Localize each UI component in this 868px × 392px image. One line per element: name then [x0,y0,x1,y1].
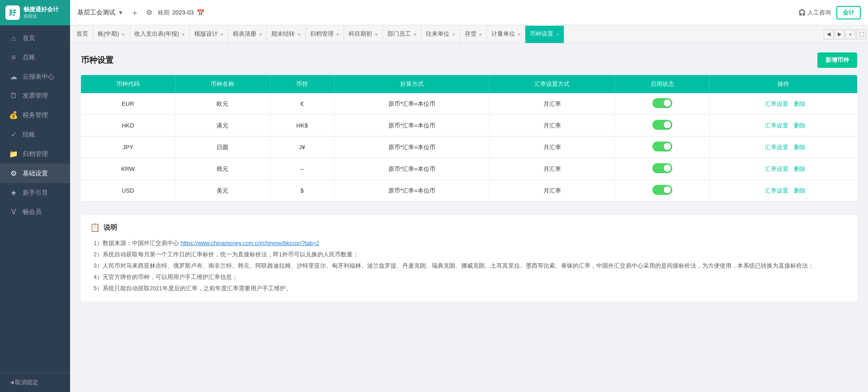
sidebar-item-label: 基础设置 [23,170,48,178]
cell-code: HKD [81,115,175,137]
tab-label: 收入支出表(年报) [134,30,179,38]
tab-prev-button[interactable]: ◀ [824,29,834,39]
sidebar-item-tax[interactable]: 💰 税务管理 [0,105,70,125]
cell-calc: 原币*汇率=本位币 [334,115,489,137]
period-value: 2023-03 [172,9,194,16]
delete-link[interactable]: 删除 [794,100,806,107]
rate-setting-link[interactable]: 汇率设置 [765,144,788,151]
sidebar-item-label: 云报表中心 [23,73,54,81]
cell-calc: 原币*汇率=本位币 [334,93,489,115]
tax-icon: 💰 [9,111,18,119]
delete-link[interactable]: 删除 [794,165,806,172]
settings-icon[interactable]: ⚙ [146,8,152,17]
rate-setting-link[interactable]: 汇率设置 [765,187,788,194]
sidebar-item-archive[interactable]: 📁 归档管理 [0,144,70,164]
close-icon[interactable]: × [479,32,482,37]
close-icon[interactable]: × [452,32,455,37]
tab-label: 期末结转 [271,30,295,38]
delete-link[interactable]: 删除 [794,122,806,129]
sidebar-item-label: 新手引导 [23,189,48,197]
sidebar-item-ledger[interactable]: ≡ 总账 [0,48,70,67]
tab-tax-table[interactable]: 税表清册 × [228,26,267,43]
close-icon[interactable]: × [122,32,124,37]
sidebar-item-home[interactable]: ⌂ 首页 [0,29,70,48]
ledger-icon: ≡ [9,53,18,61]
cell-rate-type: 月汇率 [490,137,615,158]
notice-title-text: 说明 [104,223,117,232]
cell-rate-type: 月汇率 [490,115,615,137]
close-icon[interactable]: × [518,32,520,37]
rate-setting-link[interactable]: 汇率设置 [765,122,788,129]
status-toggle[interactable] [652,120,672,130]
notice-item: 4）无官方牌价的币种，可以用用户手工维护汇率信息； [90,272,848,283]
company-selector[interactable]: 基层工会测试 ▼ [77,9,123,17]
sidebar-item-invoice[interactable]: 🗒 发票管理 [0,86,70,105]
tab-expand-button[interactable]: ⛶ [856,29,866,39]
cell-rate-type: 月汇率 [490,158,615,180]
sidebar-pin-toggle[interactable]: ◄取消固定 [0,373,70,392]
tab-contacts[interactable]: 往来单位 × [421,26,460,43]
close-icon[interactable]: × [375,32,377,37]
sidebar-item-member[interactable]: V 畅会员 [0,203,70,222]
rate-setting-link[interactable]: 汇率设置 [765,165,788,172]
calendar-icon[interactable]: 📅 [197,9,204,16]
tab-dept[interactable]: 部门员工 × [383,26,421,43]
tab-currency[interactable]: 币种设置 × [525,26,564,43]
cell-code: KRW [81,158,175,180]
col-status: 启用状态 [615,75,710,93]
cell-calc: 原币*汇率=本位币 [334,158,489,180]
delete-link[interactable]: 删除 [794,187,806,194]
notice-link[interactable]: https://www.chinamoney.com.cn/chinese/bk… [180,240,319,246]
tab-annual-report[interactable]: 收入支出表(年报) × [130,26,190,43]
close-icon[interactable]: × [297,32,300,37]
rate-setting-link[interactable]: 汇率设置 [765,100,788,107]
cell-actions: 汇率设置 删除 [709,137,857,158]
tab-next-button[interactable]: ▶ [835,29,844,39]
tab-close-all-button[interactable]: × [845,29,855,39]
tab-subjects[interactable]: 科目期初 × [344,26,382,43]
status-toggle[interactable] [652,185,672,195]
status-toggle[interactable] [652,163,672,173]
close-icon[interactable]: × [221,32,223,37]
cell-actions: 汇率设置 删除 [709,93,857,115]
support-button[interactable]: 🎧 人工咨询 [798,9,831,17]
tab-label: 科目期初 [349,30,372,38]
status-toggle[interactable] [652,98,672,108]
col-rate-type: 汇率设置方式 [490,75,615,93]
tab-period-end[interactable]: 期末结转 × [267,26,305,43]
status-toggle[interactable] [652,142,672,151]
tab-inventory[interactable]: 存货 × [460,26,487,43]
new-currency-button[interactable]: 新增币种 [817,52,857,68]
chevron-down-icon: ▼ [118,9,123,16]
close-icon[interactable]: × [336,32,339,37]
tab-home[interactable]: 首页 [72,26,93,43]
notice-item: 3）人民币对马来西亚林吉特、俄罗斯卢布、南非兰特、韩元、阿联酋迪拉姆、沙特里亚尔… [90,260,848,272]
cell-status [615,158,710,180]
delete-link[interactable]: 删除 [794,144,806,151]
sidebar-item-newbie[interactable]: ★ 新手引导 [0,183,70,203]
sidebar-item-reports[interactable]: ☁ 云报表中心 [0,67,70,86]
cell-symbol: J¥ [270,137,334,158]
col-symbol: 币符 [270,75,334,93]
tab-nav: ◀ ▶ × ⛶ [824,29,866,39]
cell-status [615,115,710,137]
company-name: 基层工会测试 [77,9,115,17]
main-area: 基层工会测试 ▼ ＋ ⚙ 账期 2023-03 📅 🎧 人工咨询 会计 首页 账… [70,0,868,392]
sidebar-item-basic[interactable]: ⚙ 基础设置 [0,164,70,183]
sidebar-logo: 好 畅捷通好会计 旗舰版 [0,0,70,25]
close-icon[interactable]: × [182,32,184,37]
cloud-icon: ☁ [9,72,18,81]
tab-archive[interactable]: 归档管理 × [306,26,344,43]
tab-label: 计量单位 [491,30,515,38]
support-label: 人工咨询 [807,9,831,17]
tab-midterm[interactable]: 账(中期) × [93,26,130,43]
tab-template[interactable]: 模版设计 × [190,26,228,43]
close-icon[interactable]: × [556,32,559,37]
tab-label: 归档管理 [310,30,334,38]
close-icon[interactable]: × [414,32,416,37]
tab-unit[interactable]: 计量单位 × [487,26,525,43]
sidebar-item-settlement[interactable]: ✓ 结账 [0,125,70,144]
add-tab-button[interactable]: ＋ [129,7,141,18]
close-icon[interactable]: × [259,32,262,37]
account-button[interactable]: 会计 [836,6,861,19]
